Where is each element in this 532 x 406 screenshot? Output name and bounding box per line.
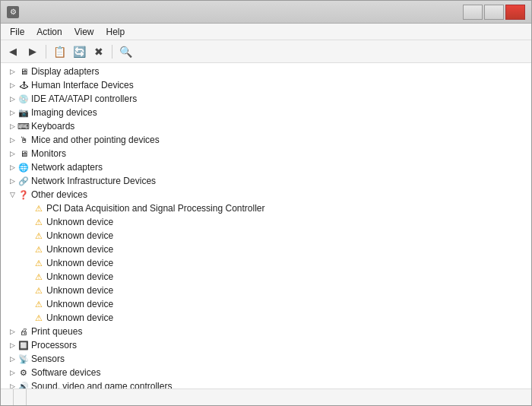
expander-unknown-4 (22, 258, 33, 268)
label-pci-data: PCI Data Acquisition and Signal Processi… (46, 203, 264, 214)
expander-hid[interactable]: ▷ (7, 80, 17, 90)
tree-item-imaging[interactable]: ▷📷Imaging devices (1, 106, 531, 119)
status-segment-1 (1, 389, 14, 405)
back-button[interactable]: ◀ (4, 43, 22, 60)
menu-view[interactable]: View (68, 25, 100, 39)
status-segment-2 (14, 389, 27, 405)
label-sensors: Sensors (31, 354, 65, 364)
icon-pci: ⚠ (33, 202, 45, 214)
device-tree[interactable]: ▷🖥Display adapters▷🕹Human Interface Devi… (1, 63, 531, 389)
icon-monitor: 🖥 (17, 65, 30, 78)
icon-warning: ⚠ (33, 284, 45, 297)
tree-item-sensors[interactable]: ▷📡Sensors (1, 352, 531, 366)
expander-imaging[interactable]: ▷ (7, 107, 17, 118)
tree-item-monitors[interactable]: ▷🖥Monitors (1, 147, 531, 160)
icon-ide: 💿 (17, 93, 30, 105)
label-unknown-3: Unknown device (46, 244, 113, 255)
label-display-adapters: Display adapters (31, 66, 99, 77)
expander-processors[interactable]: ▷ (7, 340, 17, 350)
label-unknown-2: Unknown device (46, 230, 113, 241)
tree-item-processors[interactable]: ▷🔲Processors (1, 338, 531, 352)
minimize-button[interactable] (463, 5, 483, 20)
tree-item-unknown-6[interactable]: ⚠Unknown device (1, 284, 531, 297)
tree-item-mice[interactable]: ▷🖱Mice and other pointing devices (1, 133, 531, 147)
tree-item-unknown-4[interactable]: ⚠Unknown device (1, 256, 531, 270)
icon-netinfra: 🔗 (17, 175, 30, 187)
label-print-queues: Print queues (31, 326, 82, 337)
label-monitors: Monitors (31, 148, 66, 159)
forward-button[interactable]: ▶ (24, 43, 42, 60)
label-software-devices: Software devices (31, 367, 100, 378)
status-segment-3 (27, 389, 531, 405)
tree-item-unknown-5[interactable]: ⚠Unknown device (1, 270, 531, 284)
toolbar-separator-1 (46, 45, 46, 59)
expander-pci-data (22, 203, 33, 214)
expander-unknown-6 (22, 285, 33, 296)
expander-sound-game[interactable]: ▷ (7, 381, 17, 389)
expander-unknown-8 (22, 312, 33, 323)
tree-item-display-adapters[interactable]: ▷🖥Display adapters (1, 65, 531, 78)
main-content: ▷🖥Display adapters▷🕹Human Interface Devi… (1, 63, 531, 389)
icon-warning: ⚠ (33, 298, 45, 310)
menu-action[interactable]: Action (30, 25, 68, 39)
update-driver-button[interactable]: 🔄 (70, 43, 88, 60)
scan-button[interactable]: 🔍 (116, 43, 135, 60)
expander-mice[interactable]: ▷ (7, 135, 17, 145)
icon-print: 🖨 (17, 325, 30, 338)
tree-item-network-adapters[interactable]: ▷🌐Network adapters (1, 160, 531, 174)
status-bar (1, 389, 531, 405)
tree-item-unknown-3[interactable]: ⚠Unknown device (1, 243, 531, 256)
maximize-button[interactable] (484, 5, 504, 20)
tree-item-other-devices[interactable]: ▽❓Other devices (1, 188, 531, 201)
icon-mon: 🖥 (17, 147, 30, 160)
label-keyboards: Keyboards (31, 121, 74, 132)
expander-print-queues[interactable]: ▷ (7, 326, 17, 337)
toolbar-separator-2 (112, 45, 112, 59)
tree-item-ide[interactable]: ▷💿IDE ATA/ATAPI controllers (1, 92, 531, 106)
label-unknown-5: Unknown device (46, 271, 113, 282)
menu-file[interactable]: File (4, 25, 30, 39)
expander-display-adapters[interactable]: ▷ (7, 66, 17, 77)
expander-keyboards[interactable]: ▷ (7, 121, 17, 132)
expander-sensors[interactable]: ▷ (7, 354, 17, 364)
icon-hid: 🕹 (17, 79, 30, 91)
close-button[interactable] (505, 5, 525, 20)
expander-unknown-1 (22, 217, 33, 227)
title-bar: ⚙ (1, 1, 531, 24)
expander-network-adapters[interactable]: ▷ (7, 162, 17, 173)
expander-monitors[interactable]: ▷ (7, 148, 17, 159)
icon-warning: ⚠ (33, 312, 45, 324)
expander-software-devices[interactable]: ▷ (7, 367, 17, 378)
window-controls (463, 5, 525, 20)
tree-item-unknown-1[interactable]: ⚠Unknown device (1, 215, 531, 229)
expander-unknown-7 (22, 299, 33, 309)
tree-item-unknown-2[interactable]: ⚠Unknown device (1, 229, 531, 243)
label-imaging: Imaging devices (31, 107, 97, 118)
expander-network-infra[interactable]: ▷ (7, 176, 17, 186)
tree-item-software-devices[interactable]: ▷⚙Software devices (1, 366, 531, 379)
icon-netadap: 🌐 (17, 161, 30, 173)
label-ide: IDE ATA/ATAPI controllers (31, 94, 137, 104)
tree-item-unknown-8[interactable]: ⚠Unknown device (1, 311, 531, 325)
properties-button[interactable]: 📋 (50, 43, 68, 60)
expander-other-devices[interactable]: ▽ (7, 189, 17, 200)
label-other-devices: Other devices (31, 189, 87, 200)
menu-help[interactable]: Help (100, 25, 131, 39)
tree-item-unknown-7[interactable]: ⚠Unknown device (1, 297, 531, 311)
uninstall-button[interactable]: ✖ (90, 43, 108, 60)
toolbar: ◀ ▶ 📋 🔄 ✖ 🔍 (1, 40, 531, 63)
label-mice: Mice and other pointing devices (31, 135, 160, 145)
label-network-infra: Network Infrastructure Devices (31, 176, 156, 186)
icon-keyboard: ⌨ (17, 120, 30, 132)
label-sound-game: Sound, video and game controllers (31, 381, 172, 389)
tree-item-pci-data[interactable]: ⚠PCI Data Acquisition and Signal Process… (1, 201, 531, 215)
tree-item-print-queues[interactable]: ▷🖨Print queues (1, 325, 531, 338)
device-manager-window: ⚙ File Action View Help ◀ ▶ 📋 🔄 ✖ 🔍 ▷🖥Di… (0, 0, 532, 406)
expander-ide[interactable]: ▷ (7, 94, 17, 104)
icon-warning: ⚠ (33, 243, 45, 255)
tree-item-hid[interactable]: ▷🕹Human Interface Devices (1, 78, 531, 92)
title-bar-left: ⚙ (7, 6, 24, 18)
tree-item-sound-game[interactable]: ▷🔊Sound, video and game controllers (1, 379, 531, 389)
tree-item-network-infra[interactable]: ▷🔗Network Infrastructure Devices (1, 174, 531, 188)
tree-item-keyboards[interactable]: ▷⌨Keyboards (1, 119, 531, 133)
